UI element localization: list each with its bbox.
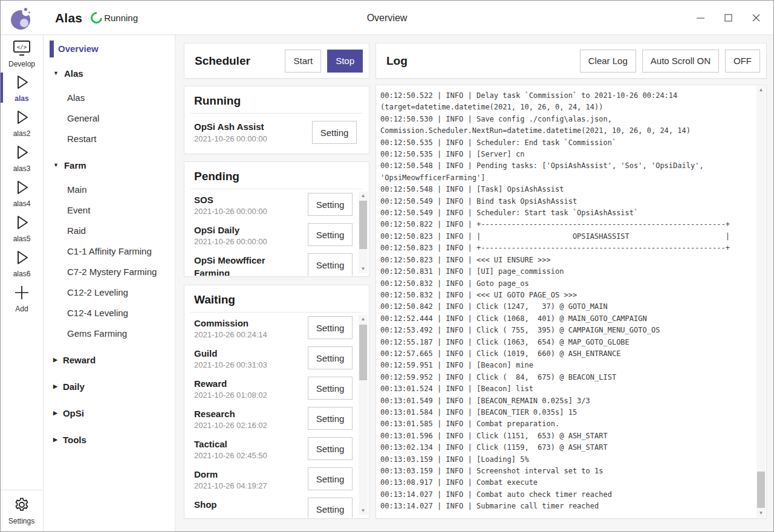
task-row: Tactical2021-10-26 02:45:50Setting	[184, 433, 369, 464]
setting-button[interactable]: Setting	[308, 346, 353, 369]
develop-icon: </>	[11, 40, 32, 59]
setting-button[interactable]: Setting	[308, 467, 353, 490]
start-button[interactable]: Start	[285, 50, 321, 73]
setting-button[interactable]: Setting	[308, 407, 353, 430]
scroll-down-icon[interactable]: ▼	[359, 265, 368, 273]
play-icon	[13, 248, 31, 269]
scroll-down-icon[interactable]: ▼	[756, 509, 766, 517]
nav-item-alas[interactable]: Alas	[67, 88, 175, 108]
scroll-thumb[interactable]	[757, 472, 765, 508]
nav-group-reward[interactable]: ▶Reward	[53, 354, 175, 366]
task-next-run-time: 2021-10-26 04:19:27	[194, 481, 267, 490]
nav-item-c12-4-leveling[interactable]: C12-4 Leveling	[67, 303, 175, 323]
app-logo-icon	[9, 5, 33, 31]
setting-button[interactable]: Setting	[308, 316, 353, 339]
scroll-up-icon[interactable]: ▲	[756, 86, 766, 94]
scroll-up-icon[interactable]: ▲	[359, 192, 368, 200]
nav-group-opsi[interactable]: ▶OpSi	[53, 407, 175, 419]
nav-item-c12-2-leveling[interactable]: C12-2 Leveling	[67, 282, 175, 303]
waiting-card: Waiting Commission2021-10-26 00:24:14Set…	[184, 285, 369, 519]
maximize-icon[interactable]	[714, 1, 742, 35]
nav-item-c1-1-affinity-farming[interactable]: C1-1 Affinity Farming	[67, 241, 175, 262]
stop-button[interactable]: Stop	[327, 50, 363, 73]
nav-item-event[interactable]: Event	[67, 200, 175, 221]
task-name: SOS	[194, 193, 296, 206]
nav-item-c7-2-mystery-farming[interactable]: C7-2 Mystery Farming	[67, 262, 175, 282]
play-icon	[13, 213, 31, 234]
running-title: Running	[184, 86, 369, 113]
log-line: 00:12:50.842 | INFO | Click (1247, 37) @…	[380, 301, 753, 313]
sidebar-item-label: alas2	[13, 129, 31, 138]
sidebar-item-alas3[interactable]: alas3	[1, 141, 43, 175]
nav-item-raid[interactable]: Raid	[67, 221, 175, 241]
brand: Alas Running	[9, 1, 138, 35]
log-line: 00:12:50.535 | INFO | [Server] cn	[380, 149, 753, 160]
task-name: Research	[194, 407, 296, 420]
pending-card: Pending SOS2021-10-26 00:00:00SettingOpS…	[184, 161, 369, 277]
setting-button[interactable]: Setting	[308, 223, 353, 246]
nav-item-restart[interactable]: Restart	[67, 129, 175, 149]
task-row: OpSi Meowfficer FarmingSetting	[184, 250, 369, 276]
nav-group-alas[interactable]: ▼Alas	[53, 67, 175, 79]
log-line: (target=datetime.datetime(2021, 10, 26, …	[380, 102, 753, 113]
setting-button[interactable]: Setting	[308, 253, 353, 276]
log-line: Commission.Scheduler.NextRun=datetime.da…	[380, 125, 753, 137]
nav-item-overview[interactable]: Overview	[58, 41, 175, 57]
autoscroll-on-button[interactable]: Auto Scroll ON	[642, 50, 719, 73]
setting-button[interactable]: Setting	[308, 377, 353, 400]
nav-group-farm[interactable]: ▼Farm	[53, 159, 175, 171]
pending-title: Pending	[184, 162, 369, 189]
titlebar: Alas Running Overview	[1, 1, 773, 35]
sidebar-item-alas[interactable]: alas	[1, 71, 43, 105]
nav-menu: Overview ▼AlasAlasGeneralRestart▼FarmMai…	[44, 35, 175, 531]
nav-group-daily[interactable]: ▶Daily	[53, 380, 175, 392]
scroll-thumb[interactable]	[359, 201, 367, 249]
main-content: Scheduler Start Stop Running OpSi Ash As…	[175, 35, 773, 531]
log-title: Log	[386, 54, 408, 68]
task-next-run-time: 2021-10-26 00:00:00	[194, 207, 267, 216]
sidebar-item-label: Add	[15, 305, 28, 313]
log-scrollbar[interactable]: ▲ ▼	[756, 86, 766, 517]
setting-button[interactable]: Setting	[308, 437, 353, 460]
pending-scrollbar[interactable]: ▲ ▼	[359, 192, 368, 273]
sidebar-item-alas2[interactable]: alas2	[1, 106, 43, 140]
sidebar-item-alas6[interactable]: alas6	[1, 246, 43, 280]
app-window: Alas Running Overview </>Developalasalas…	[0, 0, 774, 532]
minimize-icon[interactable]	[686, 1, 714, 35]
task-name: Guild	[194, 347, 296, 360]
scroll-down-icon[interactable]: ▼	[359, 507, 368, 515]
nav-item-main[interactable]: Main	[67, 180, 175, 200]
sidebar-item-alas4[interactable]: alas4	[1, 176, 43, 210]
setting-button[interactable]: Setting	[308, 498, 353, 517]
nav-item-general[interactable]: General	[67, 108, 175, 129]
chevron-down-icon: ▼	[53, 162, 59, 168]
sidebar-settings-label: Settings	[8, 517, 34, 525]
sidebar-item-add[interactable]: Add	[1, 281, 43, 315]
chevron-right-icon: ▶	[53, 357, 57, 363]
nav-group-tools[interactable]: ▶Tools	[53, 433, 175, 446]
log-output[interactable]: 00:12:50.522 | INFO | Delay task `Commis…	[376, 85, 756, 518]
close-icon[interactable]	[742, 1, 770, 35]
sidebar-item-label: alas6	[13, 270, 31, 278]
scroll-up-icon[interactable]: ▲	[359, 315, 368, 323]
sidebar-item-settings[interactable]: Settings	[1, 490, 42, 531]
log-line: 00:13:01.524 | INFO | [Beacon] list	[380, 383, 753, 395]
log-line: 'OpsiMeowfficerFarming']	[380, 172, 753, 184]
play-icon	[13, 143, 31, 164]
task-next-run-time: 2021-10-26 02:16:02	[194, 421, 267, 430]
task-name: OpSi Daily	[194, 224, 296, 236]
clear-log-button[interactable]: Clear Log	[580, 50, 636, 73]
setting-button[interactable]: Setting	[308, 193, 353, 216]
sidebar-item-alas5[interactable]: alas5	[1, 211, 43, 245]
waiting-scrollbar[interactable]: ▲ ▼	[359, 315, 368, 515]
instance-list: </>Developalasalas2alas3alas4alas5alas6A…	[1, 38, 43, 315]
autoscroll-off-button[interactable]: OFF	[725, 50, 760, 73]
scroll-thumb[interactable]	[359, 325, 367, 380]
nav-group-label: Reward	[63, 355, 96, 365]
sidebar-item-develop[interactable]: </>Develop	[1, 38, 43, 70]
play-icon	[13, 108, 31, 129]
nav-item-gems-farming[interactable]: Gems Farming	[67, 323, 175, 344]
app-title: Alas	[55, 11, 82, 25]
setting-button[interactable]: Setting	[312, 121, 357, 144]
log-line: 00:12:52.444 | INFO | Click (1068, 401) …	[380, 313, 753, 325]
